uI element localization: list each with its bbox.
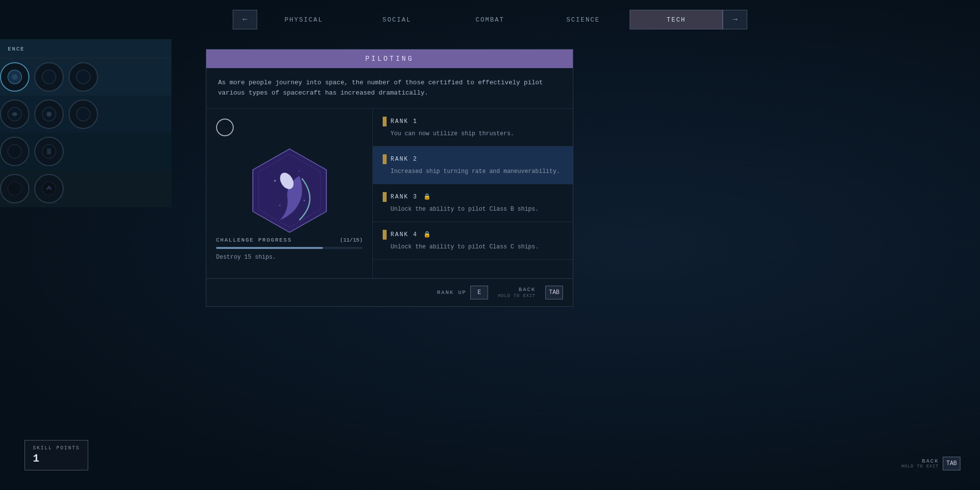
skill-badge: [243, 144, 336, 237]
rank-4-desc: Unlock the ability to pilot Class C ship…: [383, 243, 563, 251]
sidebar-skill-icon-2b[interactable]: [34, 99, 64, 129]
back-label: BACK: [519, 287, 536, 293]
panel-description: As more people journey into space, the n…: [206, 68, 573, 109]
next-nav-button[interactable]: →: [723, 10, 747, 29]
challenge-progress-fill: [216, 247, 323, 249]
rank-3-title: RANK 3: [391, 194, 417, 200]
sidebar-skill-icon-3b[interactable]: [34, 137, 64, 166]
tab-tech[interactable]: TECH: [630, 10, 723, 29]
skill-points-box: SKILL POINTS 1: [24, 440, 88, 470]
sidebar-skill-icon-4b[interactable]: [34, 174, 64, 203]
rank-1-title: RANK 1: [391, 118, 417, 125]
sidebar-skill-row-3: [0, 133, 172, 170]
skill-points-value: 1: [33, 453, 80, 465]
svg-point-2: [42, 70, 56, 84]
rank-item-2[interactable]: RANK 2 Increased ship turning rate and m…: [373, 147, 573, 184]
rank-3-desc: Unlock the ability to pilot Class B ship…: [383, 205, 563, 214]
rank-2-title: RANK 2: [391, 156, 417, 163]
rank-item-1[interactable]: RANK 1 You can now utilize ship thruster…: [373, 109, 573, 147]
svg-point-3: [76, 70, 90, 84]
back-action-group: BACK HOLD TO EXIT: [498, 287, 536, 298]
svg-point-6: [47, 112, 51, 117]
sidebar-skill-icon-2a[interactable]: [0, 99, 29, 129]
action-bar: RANK UP E BACK HOLD TO EXIT TAB: [206, 278, 573, 306]
tab-combat[interactable]: COMBAT: [443, 10, 537, 29]
rank-3-lock-icon: 🔒: [423, 193, 431, 200]
bottom-hold-to-exit: HOLD TO EXIT: [901, 464, 939, 469]
sidebar-skill-icon-4a[interactable]: [0, 174, 29, 203]
hold-to-exit-label: HOLD TO EXIT: [498, 294, 536, 298]
challenge-label-row: CHALLENGE PROGRESS (11/15): [216, 237, 363, 243]
rank-4-header: RANK 4 🔒: [383, 230, 563, 240]
challenge-count: (11/15): [340, 237, 363, 243]
rank-2-desc: Increased ship turning rate and maneuver…: [383, 167, 563, 176]
skill-display-area: CHALLENGE PROGRESS (11/15) Destroy 15 sh…: [206, 109, 373, 278]
challenge-label: CHALLENGE PROGRESS: [216, 237, 292, 243]
bottom-back-group: BACK HOLD TO EXIT TAB: [901, 457, 960, 470]
ranks-list: RANK 1 You can now utilize ship thruster…: [373, 109, 573, 278]
back-key[interactable]: TAB: [545, 286, 563, 299]
rank-3-header: RANK 3 🔒: [383, 192, 563, 202]
svg-point-17: [279, 204, 280, 206]
sidebar-skill-icon-1a[interactable]: [0, 62, 29, 92]
sidebar-skill-icon-3a[interactable]: [0, 137, 29, 166]
rank-item-4[interactable]: RANK 4 🔒 Unlock the ability to pilot Cla…: [373, 222, 573, 260]
skill-sidebar: ENCE: [0, 39, 172, 490]
rank-3-indicator: [383, 192, 387, 202]
svg-point-1: [12, 74, 18, 80]
panel-body: CHALLENGE PROGRESS (11/15) Destroy 15 sh…: [206, 109, 573, 278]
tab-social[interactable]: SOCIAL: [350, 10, 443, 29]
bottom-back-text: BACK HOLD TO EXIT: [901, 458, 939, 469]
panel-title: PILOTING: [365, 55, 414, 63]
skill-select-indicator[interactable]: [216, 119, 234, 136]
sidebar-skill-row-4: [0, 170, 172, 207]
sidebar-skill-icon-2c[interactable]: [69, 99, 98, 129]
svg-point-16: [303, 199, 305, 201]
top-nav: ← PHYSICAL SOCIAL COMBAT SCIENCE TECH →: [0, 0, 980, 39]
sidebar-skill-icon-1b[interactable]: [34, 62, 64, 92]
challenge-section: CHALLENGE PROGRESS (11/15) Destroy 15 sh…: [216, 237, 363, 269]
rank-up-label: RANK UP: [437, 290, 466, 295]
skill-points-label: SKILL POINTS: [33, 445, 80, 451]
challenge-progress-bar: [216, 247, 363, 249]
skill-detail-panel: PILOTING As more people journey into spa…: [206, 49, 573, 307]
sidebar-skill-row-1: [0, 58, 172, 96]
rank-2-header: RANK 2: [383, 154, 563, 164]
rank-2-indicator: [383, 154, 387, 164]
rank-up-action: RANK UP E: [437, 286, 488, 299]
rank-item-3[interactable]: RANK 3 🔒 Unlock the ability to pilot Cla…: [373, 184, 573, 222]
svg-point-8: [8, 145, 22, 158]
svg-point-10: [8, 182, 22, 196]
sidebar-skill-row-2: [0, 96, 172, 133]
svg-point-11: [42, 182, 56, 196]
rank-4-indicator: [383, 230, 387, 240]
rank-4-title: RANK 4: [391, 231, 417, 238]
rank-1-desc: You can now utilize ship thrusters.: [383, 129, 563, 138]
rank-up-key[interactable]: E: [470, 286, 488, 299]
bottom-back-key[interactable]: TAB: [943, 457, 960, 470]
sidebar-section-title: ENCE: [8, 46, 24, 52]
tab-science[interactable]: SCIENCE: [537, 10, 630, 29]
rank-1-header: RANK 1: [383, 117, 563, 126]
challenge-task: Destroy 15 ships.: [216, 254, 363, 261]
svg-point-15: [274, 180, 276, 182]
svg-point-18: [299, 171, 300, 172]
bottom-back-label: BACK: [922, 458, 939, 464]
rank-4-lock-icon: 🔒: [423, 231, 431, 238]
sidebar-skill-icon-1c[interactable]: [69, 62, 98, 92]
prev-nav-button[interactable]: ←: [233, 10, 257, 29]
tab-physical[interactable]: PHYSICAL: [257, 10, 350, 29]
rank-1-indicator: [383, 117, 387, 126]
svg-point-7: [76, 107, 90, 121]
panel-header: PILOTING: [206, 49, 573, 68]
